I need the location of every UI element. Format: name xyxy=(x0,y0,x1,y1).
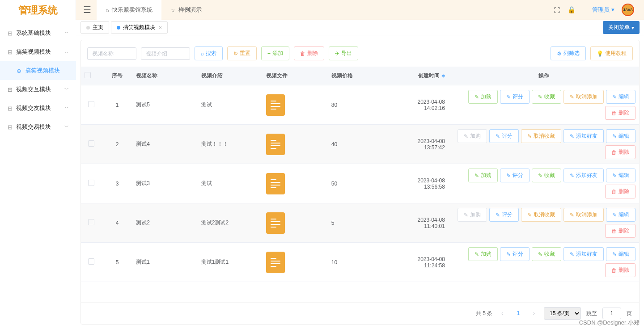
file-icon[interactable] xyxy=(266,134,285,155)
add-button[interactable]: +添加 xyxy=(261,46,289,60)
row-action-warning[interactable]: ✎取消添加 xyxy=(564,208,604,222)
row-action-primary[interactable]: ✎编辑 xyxy=(606,208,636,222)
page-size-select[interactable]: 15 条/页 xyxy=(544,307,581,320)
search-name-input[interactable] xyxy=(87,47,136,60)
user-dropdown[interactable]: 管理员 ▾ xyxy=(592,6,614,14)
row-action-danger[interactable]: 🗑删除 xyxy=(605,224,636,238)
export-button[interactable]: ✈导出 xyxy=(329,46,358,60)
th-time[interactable]: 创建时间≑ xyxy=(393,67,449,85)
fullscreen-icon[interactable]: ⛶ xyxy=(554,6,560,14)
row-action-primary[interactable]: ✎添加好友 xyxy=(564,129,604,143)
row-checkbox[interactable] xyxy=(88,180,94,186)
row-action-primary[interactable]: ✎评分 xyxy=(489,129,519,143)
row-action-success[interactable]: ✎收藏 xyxy=(532,90,561,104)
tab-home-label: 主页 xyxy=(93,24,103,31)
search-button[interactable]: ⌕搜索 xyxy=(195,46,223,60)
row-action-primary[interactable]: ✎添加好友 xyxy=(564,247,604,261)
menu-toggle-icon[interactable]: ☰ xyxy=(78,4,97,15)
horizontal-scrollbar[interactable] xyxy=(81,295,639,302)
row-action-success[interactable]: ✎加购 xyxy=(468,90,498,104)
row-action-success[interactable]: ✎加购 xyxy=(468,169,498,182)
th-file: 视频文件 xyxy=(263,67,327,85)
tab-home[interactable]: 主页 xyxy=(80,21,109,34)
avatar[interactable]: JAVA xyxy=(622,4,634,16)
row-action-success[interactable]: ✎收藏 xyxy=(532,169,561,182)
column-filter-button[interactable]: ⚙列筛选 xyxy=(551,46,586,60)
action-icon: ✎ xyxy=(612,251,617,257)
row-checkbox[interactable] xyxy=(88,140,94,147)
sidebar-item-label: 视频交互模块 xyxy=(16,85,51,93)
action-icon: ✎ xyxy=(496,133,500,139)
row-action-primary[interactable]: ✎添加好友 xyxy=(564,169,604,182)
jump-input[interactable] xyxy=(602,308,621,319)
row-action-danger[interactable]: 🗑删除 xyxy=(605,185,636,198)
cell-name: 测试2 xyxy=(132,203,197,243)
file-icon[interactable] xyxy=(266,173,285,194)
row-action-plain-disabled[interactable]: ✎加购 xyxy=(458,208,487,222)
action-icon: ✎ xyxy=(475,173,479,179)
trash-icon: 🗑 xyxy=(300,51,305,57)
tab-video[interactable]: 搞笑视频模块 × xyxy=(111,21,168,34)
row-action-primary[interactable]: ✎评分 xyxy=(500,90,530,104)
row-action-primary[interactable]: ✎编辑 xyxy=(606,90,636,104)
sidebar-item[interactable]: ⊞系统基础模块﹀ xyxy=(0,24,76,42)
cell-price: 40 xyxy=(328,125,393,164)
row-action-primary[interactable]: ✎评分 xyxy=(500,247,530,261)
row-action-primary[interactable]: ✎编辑 xyxy=(606,169,636,182)
row-action-danger[interactable]: 🗑删除 xyxy=(605,145,636,159)
row-checkbox[interactable] xyxy=(88,258,94,265)
prev-page-button[interactable]: ‹ xyxy=(498,308,507,318)
page-number[interactable]: 1 xyxy=(512,308,524,318)
app-logo: 管理系统 xyxy=(0,0,76,20)
action-icon: ✎ xyxy=(612,212,617,218)
pagination: 共 5 条 ‹ 1 › 15 条/页 跳至 页 xyxy=(81,302,639,324)
row-action-warning[interactable]: ✎取消添加 xyxy=(564,90,604,104)
cell-price: 5 xyxy=(328,203,393,243)
row-action-danger[interactable]: 🗑删除 xyxy=(605,263,636,277)
breadcrumb-demo[interactable]: ☼ 样例演示 xyxy=(161,0,211,20)
row-action-warning[interactable]: ✎取消收藏 xyxy=(521,208,561,222)
row-action-primary[interactable]: ✎评分 xyxy=(489,208,519,222)
row-action-primary[interactable]: ✎编辑 xyxy=(606,129,636,143)
select-all-checkbox[interactable] xyxy=(85,72,91,78)
th-operations: 操作 xyxy=(449,67,639,85)
row-action-success[interactable]: ✎收藏 xyxy=(532,247,561,261)
action-icon: 🗑 xyxy=(611,228,617,234)
sidebar-item[interactable]: ⊞视频交友模块﹀ xyxy=(0,99,76,118)
row-checkbox[interactable] xyxy=(88,101,94,107)
action-icon: ✎ xyxy=(527,212,532,218)
gear-icon: ⚙ xyxy=(557,51,562,57)
sidebar-item[interactable]: ⊞搞笑视频模块︿ xyxy=(0,42,76,61)
row-action-danger[interactable]: 🗑删除 xyxy=(605,106,636,120)
cell-name: 测试1 xyxy=(132,243,197,282)
cell-file xyxy=(263,125,327,164)
sidebar-item[interactable]: ⊞视频交互模块﹀ xyxy=(0,80,76,99)
grid-icon: ⊞ xyxy=(7,105,13,112)
reset-button[interactable]: ↻重置 xyxy=(227,46,257,60)
row-checkbox[interactable] xyxy=(88,219,94,225)
cell-intro: 测试1测试1 xyxy=(198,243,263,282)
tutorial-button[interactable]: 💡使用教程 xyxy=(590,46,633,60)
file-icon[interactable] xyxy=(266,212,285,234)
row-action-primary[interactable]: ✎编辑 xyxy=(606,247,636,261)
row-action-plain-disabled[interactable]: ✎加购 xyxy=(458,129,487,143)
row-action-warning[interactable]: ✎取消收藏 xyxy=(521,129,561,143)
action-icon: ✎ xyxy=(475,94,479,100)
file-icon[interactable] xyxy=(266,252,285,273)
row-action-primary[interactable]: ✎评分 xyxy=(500,169,530,182)
row-action-success[interactable]: ✎加购 xyxy=(468,247,498,261)
sidebar-item[interactable]: ⊞视频交易模块﹀ xyxy=(0,118,76,136)
close-menu-button[interactable]: 关闭菜单 ▾ xyxy=(603,21,640,34)
chevron-icon: ﹀ xyxy=(64,105,69,111)
lock-icon[interactable]: 🔒 xyxy=(568,6,576,14)
breadcrumb-home[interactable]: ⌂ 快乐贩卖馆系统 xyxy=(97,0,161,20)
search-intro-input[interactable] xyxy=(141,47,190,60)
sidebar-sub-item[interactable]: ⊕搞笑视频模块 xyxy=(0,61,76,80)
next-page-button[interactable]: › xyxy=(530,308,538,318)
action-icon: 🗑 xyxy=(611,110,617,116)
delete-button[interactable]: 🗑删除 xyxy=(294,46,324,60)
cell-name: 测试4 xyxy=(132,125,197,164)
chevron-icon: ︿ xyxy=(64,49,69,55)
close-icon[interactable]: × xyxy=(159,25,162,31)
file-icon[interactable] xyxy=(266,94,285,116)
